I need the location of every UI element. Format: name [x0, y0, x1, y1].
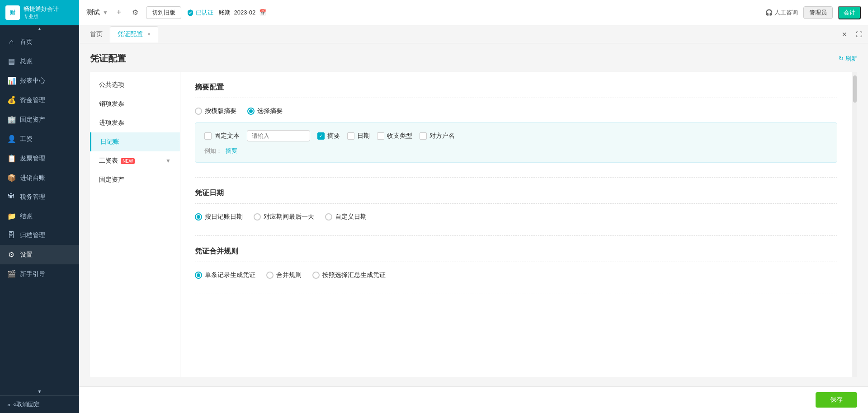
fixed-text-checkbox[interactable]: 固定文本 [204, 132, 240, 140]
pay-type-checkbox[interactable]: 收支类型 [377, 132, 412, 140]
logo-sub: 专业版 [24, 13, 59, 20]
sidebar-item-home[interactable]: ⌂ 首页 [0, 33, 79, 52]
archive-icon: 🗄 [7, 231, 15, 239]
role-btn[interactable]: 会计 [838, 6, 861, 19]
tab-fullscreen-btn[interactable]: ⛶ [854, 29, 864, 40]
config-content: 摘要配置 按模版摘要 选择摘要 [180, 72, 852, 377]
sidebar-item-settle-label: 结账 [20, 212, 33, 221]
switch-version-btn[interactable]: 切到旧版 [146, 6, 181, 19]
merge-radio-rules[interactable]: 合并规则 [266, 271, 302, 279]
merge-title: 凭证合并规则 [195, 247, 837, 262]
merge-radio-select-summary[interactable]: 按照选择汇总生成凭证 [312, 271, 386, 279]
sidebar-item-invoice-label: 发票管理 [20, 155, 45, 163]
cancel-fixed-btn[interactable]: « «取消固定 [0, 395, 79, 413]
sidebar-item-newbie[interactable]: 🎬 新手引导 [0, 264, 79, 284]
sidebar-item-ledger-label: 总账 [20, 57, 33, 66]
sidebar-nav: ⌂ 首页 ▤ 总账 📊 报表中心 💰 资金管理 🏢 固定资产 👤 工资 📋 发票… [0, 33, 79, 388]
summary-cb: ✓ [317, 132, 325, 140]
cancel-fixed-label: «取消固定 [13, 400, 40, 408]
refresh-btn[interactable]: ↻ 刷新 [839, 55, 857, 63]
calendar-icon[interactable]: 📅 [259, 9, 266, 16]
sidebar-item-fixed-assets[interactable]: 🏢 固定资产 [0, 110, 79, 129]
sidebar-item-invoice[interactable]: 📋 发票管理 [0, 149, 79, 168]
page: 凭证配置 ↻ 刷新 公共选项 销项发票 进项发票 [79, 43, 868, 386]
headset-icon: 🎧 [765, 9, 773, 16]
add-company-btn[interactable]: + [113, 7, 124, 18]
date-radio-custom[interactable]: 自定义日期 [325, 213, 367, 221]
sidebar-item-ledger[interactable]: ▤ 总账 [0, 52, 79, 71]
tab-close-icon[interactable]: × [147, 31, 151, 38]
logo-name: 畅捷通好会计 [24, 5, 59, 13]
save-button[interactable]: 保存 [816, 392, 857, 408]
merge-rules-circle [266, 272, 274, 279]
nav-journal[interactable]: 日记账 [90, 132, 180, 151]
summary-radio-select[interactable]: 选择摘要 [247, 107, 283, 115]
nav-sales-invoice[interactable]: 销项发票 [90, 94, 180, 113]
custom-date-circle [325, 213, 332, 221]
reports-icon: 📊 [7, 76, 15, 85]
sidebar-scroll-up[interactable]: ▲ [37, 26, 42, 32]
sidebar-item-funds[interactable]: 💰 资金管理 [0, 90, 79, 110]
divider-1 [195, 177, 837, 178]
date-radio-period-last[interactable]: 对应期间最后一天 [254, 213, 314, 221]
settle-icon: 📁 [7, 212, 15, 221]
summary-example: 例如： 摘要 [204, 147, 828, 155]
logo-icon: 财 [5, 5, 20, 20]
sidebar-item-settings-label: 设置 [20, 251, 33, 259]
merge-section: 凭证合并规则 单条记录生成凭证 合并规则 [195, 247, 837, 279]
template-radio-circle [195, 108, 202, 115]
summary-section: 摘要配置 按模版摘要 选择摘要 [195, 83, 837, 163]
tax-icon: 🏛 [7, 193, 15, 201]
nav-payroll[interactable]: 工资表 NEW ▼ [90, 151, 180, 170]
summary-radio-group: 按模版摘要 选择摘要 [195, 107, 837, 115]
tab-home[interactable]: 首页 [83, 27, 110, 42]
sidebar-item-settle[interactable]: 📁 结账 [0, 206, 79, 226]
content-scrollbar[interactable] [852, 72, 857, 377]
sidebar-item-salary[interactable]: 👤 工资 [0, 129, 79, 149]
company-selector[interactable]: 测试 ▼ [86, 8, 108, 17]
date-checkbox[interactable]: 日期 [347, 132, 370, 140]
summary-title: 摘要配置 [195, 83, 837, 98]
nav-purchase-invoice[interactable]: 进项发票 [90, 113, 180, 132]
config-layout: 公共选项 销项发票 进项发票 日记账 工资表 NEW ▼ [90, 72, 857, 377]
merge-radio-single[interactable]: 单条记录生成凭证 [195, 271, 255, 279]
sidebar-item-reports-label: 报表中心 [20, 77, 45, 85]
summary-config-box: 固定文本 ✓ 摘要 日期 [195, 122, 837, 163]
fixed-assets-icon: 🏢 [7, 115, 15, 124]
sidebar-item-archive[interactable]: 🗄 归档管理 [0, 226, 79, 245]
nav-public[interactable]: 公共选项 [90, 75, 180, 94]
summary-radio-template[interactable]: 按模版摘要 [195, 107, 236, 115]
bottom-bar: 保存 [79, 386, 868, 413]
nav-fixed-assets[interactable]: 固定资产 [90, 170, 180, 189]
tab-close-btn[interactable]: ✕ [839, 29, 850, 40]
counterpart-checkbox[interactable]: 对方户名 [420, 132, 455, 140]
sidebar-item-reports[interactable]: 📊 报表中心 [0, 71, 79, 90]
sales-icon: 📦 [7, 174, 15, 182]
sidebar-item-newbie-label: 新手引导 [20, 270, 45, 278]
shield-icon [187, 9, 194, 16]
sidebar: 财 畅捷通好会计 专业版 ▲ ⌂ 首页 ▤ 总账 📊 报表中心 💰 资金管理 🏢 [0, 0, 79, 413]
settings-gear-icon[interactable]: ⚙ [130, 7, 141, 18]
date-cb [347, 132, 354, 140]
sidebar-item-funds-label: 资金管理 [20, 96, 45, 104]
date-section: 凭证日期 按日记账日期 对应期间最后一天 [195, 188, 837, 221]
sidebar-item-sales[interactable]: 📦 进销台账 [0, 168, 79, 188]
admin-btn[interactable]: 管理员 [803, 6, 833, 19]
sidebar-scroll-down[interactable]: ▼ [37, 389, 42, 394]
fixed-text-input[interactable] [247, 130, 310, 141]
tab-voucher-config[interactable]: 凭证配置 × [110, 26, 158, 42]
scrollbar-thumb[interactable] [853, 75, 857, 103]
merge-radio-group: 单条记录生成凭证 合并规则 按照选择汇总生成凭证 [195, 271, 837, 279]
certified-text: 已认证 [196, 9, 213, 17]
date-radio-journal[interactable]: 按日记账日期 [195, 213, 243, 221]
settings-icon: ⚙ [7, 250, 15, 259]
sidebar-item-settings[interactable]: ⚙ 设置 [0, 245, 79, 264]
certified-badge: 已认证 [187, 9, 213, 17]
support-btn[interactable]: 🎧 人工咨询 [765, 9, 798, 17]
single-circle [195, 272, 202, 279]
payroll-chevron-icon: ▼ [165, 158, 171, 164]
summary-checkbox[interactable]: ✓ 摘要 [317, 132, 340, 140]
sidebar-item-tax-label: 税务管理 [20, 193, 45, 201]
sidebar-item-tax[interactable]: 🏛 税务管理 [0, 188, 79, 206]
page-header: 凭证配置 ↻ 刷新 [90, 52, 857, 65]
